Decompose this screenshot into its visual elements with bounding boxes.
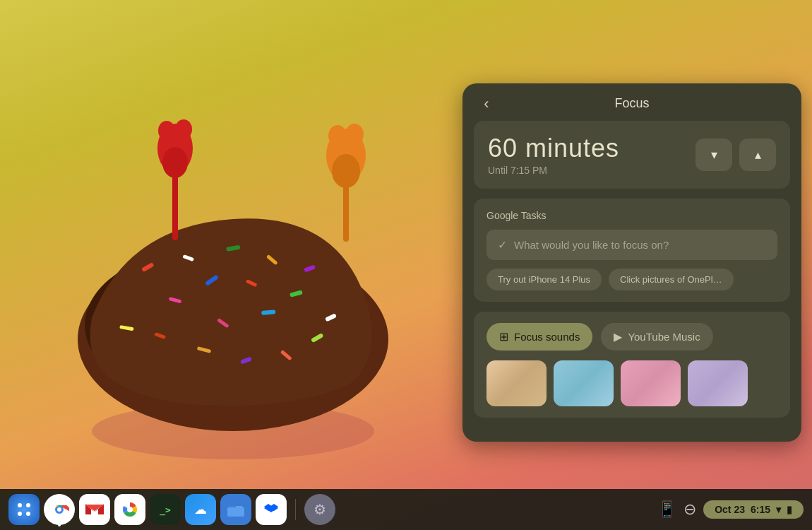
youtube-music-label: YouTube Music (628, 331, 700, 343)
focus-sounds-icon: ⊞ (499, 330, 508, 343)
panel-header: ‹ Focus (462, 83, 801, 121)
chrome-button[interactable] (44, 494, 75, 525)
svg-point-34 (26, 512, 30, 516)
focus-panel: ‹ Focus 60 minutes Until 7:15 PM ▾ ▴ Goo… (462, 83, 801, 442)
svg-rect-30 (343, 178, 349, 242)
timer-decrease-button[interactable]: ▾ (695, 139, 732, 171)
svg-point-38 (57, 507, 61, 512)
youtube-music-button[interactable]: ▶ YouTube Music (601, 323, 712, 351)
timer-value: 60 minutes (488, 134, 619, 163)
svg-point-41 (127, 507, 133, 512)
battery-icon: ▮ (787, 504, 792, 515)
focus-sounds-label: Focus sounds (514, 331, 580, 343)
photos-button[interactable] (114, 494, 145, 525)
music-section: ⊞ Focus sounds ▶ YouTube Music (474, 312, 790, 418)
task-check-icon: ✓ (498, 238, 507, 252)
chrome-active-indicator (58, 524, 61, 526)
wallpaper-illustration (0, 0, 459, 495)
files-button[interactable] (220, 494, 251, 525)
chevron-left-icon: ‹ (484, 95, 489, 113)
svg-point-32 (26, 503, 30, 507)
tasks-section: Google Tasks ✓ What would you like to fo… (474, 199, 790, 302)
svg-point-22 (158, 121, 175, 141)
files-icon (227, 502, 244, 517)
wifi-icon: ▾ (776, 504, 781, 515)
sound-thumbnail-1[interactable] (486, 360, 547, 406)
sound-thumbnail-4[interactable] (688, 360, 748, 406)
sound-thumbnails-row (486, 360, 777, 406)
panel-title: Focus (614, 96, 649, 111)
svg-rect-43 (227, 507, 244, 517)
svg-point-27 (328, 125, 347, 146)
taskbar-system-tray: 📱 ⊖ Oct 23 6:15 ▾ ▮ (657, 500, 804, 519)
task-chips-container: Try out iPhone 14 Plus Click pictures of… (486, 269, 777, 290)
timer-section: 60 minutes Until 7:15 PM ▾ ▴ (474, 121, 790, 189)
task-chip-1[interactable]: Try out iPhone 14 Plus (486, 269, 602, 290)
timer-controls: ▾ ▴ (695, 139, 776, 171)
onedrive-icon: ☁ (194, 502, 207, 517)
chevron-down-icon: ▾ (711, 147, 717, 163)
tasks-placeholder: What would you like to focus on? (514, 239, 669, 251)
chrome-icon (49, 500, 69, 519)
sound-thumbnail-3[interactable] (621, 360, 681, 406)
timer-until: Until 7:15 PM (488, 165, 619, 176)
dropbox-button[interactable] (256, 494, 287, 525)
mute-icon: ⊖ (683, 500, 696, 519)
launcher-button[interactable] (8, 494, 40, 525)
terminal-icon: _> (160, 505, 171, 515)
back-button[interactable]: ‹ (474, 91, 499, 117)
gmail-icon (84, 502, 105, 517)
date-display: Oct 23 (715, 504, 745, 515)
timer-display: 60 minutes Until 7:15 PM (488, 134, 619, 176)
tasks-label: Google Tasks (486, 210, 777, 221)
taskbar-app-icons: _> ☁ ⚙ (8, 494, 657, 525)
phone-icon: 📱 (657, 500, 676, 519)
svg-point-31 (18, 503, 22, 507)
launcher-icon (16, 502, 32, 517)
settings-icon: ⚙ (314, 501, 326, 518)
terminal-button[interactable]: _> (150, 494, 181, 525)
taskbar-divider (295, 499, 296, 520)
focus-sounds-button[interactable]: ⊞ Focus sounds (486, 323, 592, 351)
sound-thumbnail-2[interactable] (554, 360, 614, 406)
timer-increase-button[interactable]: ▴ (739, 139, 776, 171)
datetime-display[interactable]: Oct 23 6:15 ▾ ▮ (703, 500, 804, 519)
photos-icon (120, 500, 140, 519)
music-buttons-row: ⊞ Focus sounds ▶ YouTube Music (486, 323, 777, 351)
svg-point-28 (345, 124, 364, 145)
settings-button[interactable]: ⚙ (304, 494, 335, 525)
task-chip-2[interactable]: Click pictures of OnePl… (609, 269, 734, 290)
svg-point-23 (175, 119, 192, 139)
svg-point-33 (18, 512, 22, 516)
svg-rect-25 (172, 170, 178, 240)
gmail-button[interactable] (79, 494, 110, 525)
dropbox-icon (263, 501, 280, 518)
tasks-input-field[interactable]: ✓ What would you like to focus on? (486, 230, 777, 260)
chevron-up-icon: ▴ (755, 147, 761, 163)
taskbar: _> ☁ ⚙ (0, 489, 812, 530)
time-display: 6:15 (751, 504, 770, 515)
onedrive-button[interactable]: ☁ (185, 494, 216, 525)
youtube-music-icon: ▶ (614, 330, 622, 343)
